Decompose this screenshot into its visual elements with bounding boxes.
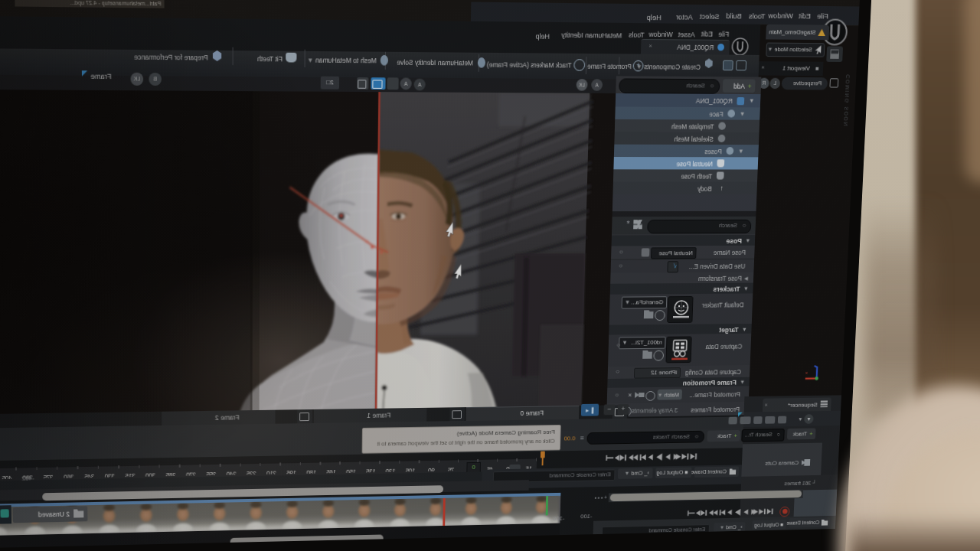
- svg-text:x: x: [805, 370, 808, 374]
